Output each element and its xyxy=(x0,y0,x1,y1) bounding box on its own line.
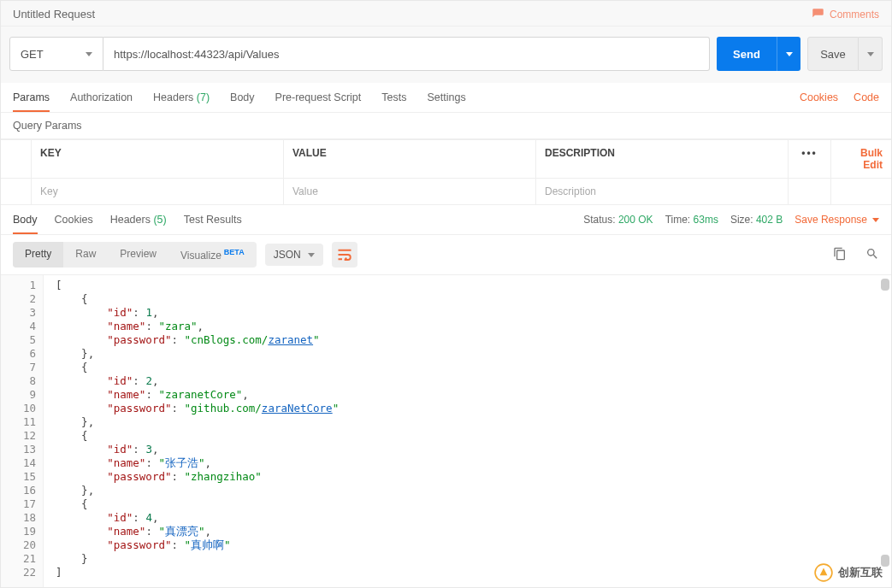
scrollbar-thumb[interactable] xyxy=(881,555,889,567)
chevron-down-icon xyxy=(86,52,92,56)
code-line: "id": 2, xyxy=(56,374,891,388)
code-line: { xyxy=(56,361,891,374)
query-params-heading: Query Params xyxy=(1,113,891,139)
code-line: }, xyxy=(56,484,891,497)
code-line: "password": "zhangzihao" xyxy=(56,470,891,484)
tab-pre-request-script[interactable]: Pre-request Script xyxy=(275,83,362,112)
code-line: "id": 4, xyxy=(56,511,891,525)
chevron-down-icon xyxy=(786,52,793,56)
code-line: { xyxy=(56,429,891,443)
column-options[interactable]: ••• xyxy=(789,139,831,178)
comments-button[interactable]: Comments xyxy=(812,8,879,21)
column-description: DESCRIPTION xyxy=(536,139,789,178)
code-line: { xyxy=(56,292,891,306)
value-input[interactable]: Value xyxy=(284,178,536,204)
column-value: VALUE xyxy=(284,139,536,178)
chevron-down-icon xyxy=(308,253,315,257)
save-dropdown[interactable] xyxy=(859,37,883,71)
send-button[interactable]: Send xyxy=(717,37,777,71)
send-dropdown[interactable] xyxy=(777,37,800,71)
wrap-icon xyxy=(337,249,352,261)
language-value: JSON xyxy=(274,249,301,261)
time-label: Time: xyxy=(665,214,691,226)
bulk-edit-link[interactable]: Bulk Edit xyxy=(831,139,891,178)
code-line: [ xyxy=(56,279,891,292)
url-input[interactable] xyxy=(103,37,710,71)
line-number-gutter: 12345678910111213141516171819202122 xyxy=(1,275,44,587)
view-mode-raw[interactable]: Raw xyxy=(63,242,108,268)
status-value: 200 OK xyxy=(618,214,653,226)
save-response-button[interactable]: Save Response xyxy=(795,214,879,226)
code-line: "name": "张子浩", xyxy=(56,456,891,470)
code-line: } xyxy=(56,552,891,566)
request-title: Untitled Request xyxy=(13,8,95,21)
scrollbar-thumb[interactable] xyxy=(881,279,889,291)
key-input[interactable]: Key xyxy=(32,178,284,204)
time-value: 63ms xyxy=(694,214,718,226)
view-mode-pretty[interactable]: Pretty xyxy=(13,242,63,268)
tab-authorization[interactable]: Authorization xyxy=(70,83,133,112)
code-line: "id": 1, xyxy=(56,306,891,320)
tab-params[interactable]: Params xyxy=(13,83,50,112)
description-input[interactable]: Description xyxy=(536,178,789,204)
chevron-down-icon xyxy=(872,218,879,222)
resp-tab-cookies[interactable]: Cookies xyxy=(55,205,93,234)
column-key: KEY xyxy=(32,139,284,178)
code-line: "name": "zaranetCore", xyxy=(56,388,891,402)
code-line: }, xyxy=(56,347,891,361)
code-line: "name": "zara", xyxy=(56,320,891,333)
size-label: Size: xyxy=(730,214,753,226)
query-params-checkbox-header xyxy=(1,139,32,178)
resp-tab-test-results[interactable]: Test Results xyxy=(184,205,242,234)
code-line: }, xyxy=(56,415,891,429)
code-line: "password": "cnBlogs.com/zaranet" xyxy=(56,333,891,347)
copy-button[interactable] xyxy=(833,247,847,263)
resp-tab-headers[interactable]: Headers (5) xyxy=(110,205,167,234)
wrap-lines-button[interactable] xyxy=(332,242,357,268)
tab-body[interactable]: Body xyxy=(230,83,255,112)
tab-settings[interactable]: Settings xyxy=(427,83,465,112)
status-label: Status: xyxy=(583,214,615,226)
code-line: { xyxy=(56,497,891,511)
view-mode-visualize[interactable]: VisualizeBETA xyxy=(168,242,257,268)
tab-tests[interactable]: Tests xyxy=(381,83,406,112)
size-value: 402 B xyxy=(756,214,783,226)
comments-label: Comments xyxy=(830,9,879,21)
copy-icon xyxy=(833,247,847,261)
resp-tab-body[interactable]: Body xyxy=(13,205,38,234)
code-line: ] xyxy=(56,566,891,579)
save-button[interactable]: Save xyxy=(807,37,859,71)
http-method-select[interactable]: GET xyxy=(9,37,103,71)
response-body[interactable]: [ { "id": 1, "name": "zara", "password":… xyxy=(44,275,891,587)
language-select[interactable]: JSON xyxy=(265,244,323,266)
search-button[interactable] xyxy=(865,247,879,263)
code-line: "name": "真漂亮", xyxy=(56,525,891,538)
http-method-value: GET xyxy=(21,48,44,61)
code-link[interactable]: Code xyxy=(854,91,879,103)
row-checkbox[interactable] xyxy=(1,178,32,204)
comment-icon xyxy=(812,8,824,21)
code-line: "id": 3, xyxy=(56,443,891,456)
code-line: "password": "github.com/zaraNetCore" xyxy=(56,402,891,415)
tab-headers[interactable]: Headers (7) xyxy=(153,83,210,112)
search-icon xyxy=(865,247,879,261)
view-mode-preview[interactable]: Preview xyxy=(108,242,168,268)
cookies-link[interactable]: Cookies xyxy=(800,91,838,103)
chevron-down-icon xyxy=(867,52,874,56)
code-line: "password": "真帅啊" xyxy=(56,538,891,552)
